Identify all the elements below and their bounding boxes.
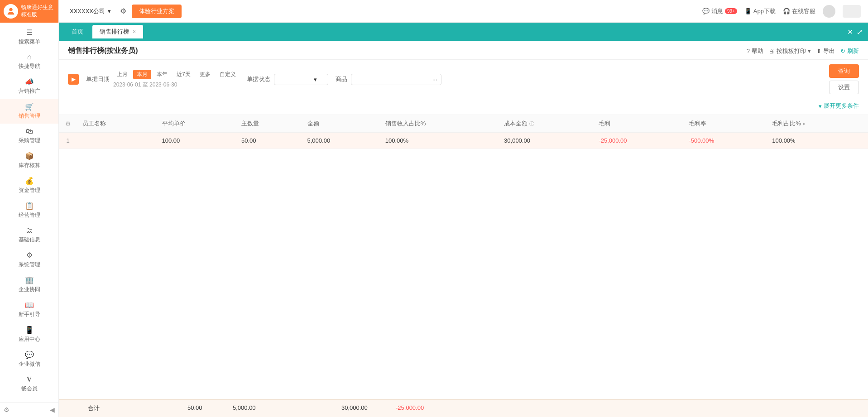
help-icon: ? bbox=[747, 48, 750, 54]
sidebar-item-label: 快捷导航 bbox=[19, 62, 40, 70]
page-header: 销售排行榜(按业务员) ? 帮助 🖨 按模板打印 ▾ ⬆ 导出 ↻ 刷新 bbox=[59, 41, 868, 60]
table-header-row: ⚙ 员工名称 平均单价 主数量 全额 销售收入占比% 成本全额 ⓘ 毛利 毛利率 bbox=[59, 115, 868, 133]
user-name-placeholder bbox=[843, 5, 861, 18]
export-button[interactable]: ⬆ 导出 bbox=[816, 47, 835, 55]
th-cost: 成本全额 ⓘ bbox=[499, 115, 593, 133]
sidebar-item-label: 经营管理 bbox=[19, 211, 40, 219]
message-badge: 99+ bbox=[725, 8, 737, 14]
content-area: 销售排行榜(按业务员) ? 帮助 🖨 按模板打印 ▾ ⬆ 导出 ↻ 刷新 bbox=[59, 41, 868, 417]
sidebar-item-label: 资金管理 bbox=[19, 187, 40, 194]
online-service-label: 在线客服 bbox=[792, 7, 815, 15]
sidebar-item-system[interactable]: ⚙ 系统管理 bbox=[0, 247, 58, 272]
th-avg-price: 平均单价 bbox=[157, 115, 236, 133]
logo-text2: 标准版 bbox=[21, 11, 53, 19]
headset-icon: 🎧 bbox=[783, 8, 790, 14]
print-button[interactable]: 🖨 按模板打印 ▾ bbox=[769, 47, 811, 55]
cost-info-icon[interactable]: ⓘ bbox=[529, 121, 534, 126]
sidebar-item-guide[interactable]: 📖 新手引导 bbox=[0, 297, 58, 322]
row-amount: 5,000.00 bbox=[302, 133, 380, 149]
profit-pct-info-icon[interactable]: ♦ bbox=[803, 121, 806, 126]
basic-icon: 🗂 bbox=[26, 226, 33, 235]
footer-amount: 5,000.00 bbox=[227, 404, 282, 412]
capital-icon: 💰 bbox=[25, 177, 34, 185]
sidebar-item-operation[interactable]: 📋 经营管理 bbox=[0, 198, 58, 223]
sidebar-item-label: 营销推广 bbox=[19, 87, 40, 95]
message-item[interactable]: 💬 消息 99+ bbox=[702, 7, 737, 15]
sidebar-item-marketing[interactable]: 📣 营销推广 bbox=[0, 74, 58, 99]
logo-text1: 畅康通好生意 bbox=[21, 4, 53, 11]
sidebar-item-wechat[interactable]: 💬 企业微信 bbox=[0, 347, 58, 372]
trial-button[interactable]: 体验行业方案 bbox=[132, 5, 182, 18]
sidebar-item-purchase[interactable]: 🛍 采购管理 bbox=[0, 124, 58, 148]
settings-button[interactable]: 设置 bbox=[829, 81, 859, 94]
company-selector[interactable]: XXXXXX公司 ▾ bbox=[66, 5, 115, 17]
sidebar-item-basic[interactable]: 🗂 基础信息 bbox=[0, 223, 58, 247]
more-tab[interactable]: 更多 bbox=[196, 70, 214, 79]
corp-icon: 🏢 bbox=[25, 276, 34, 284]
help-button[interactable]: ? 帮助 bbox=[747, 47, 763, 55]
tab-close-icon[interactable]: × bbox=[133, 29, 136, 35]
guide-icon: 📖 bbox=[25, 301, 34, 309]
chevron-down-icon: ▾ bbox=[819, 103, 822, 110]
tab-label: 销售排行榜 bbox=[100, 28, 129, 36]
sidebar-settings-icon[interactable]: ⚙ bbox=[4, 406, 10, 413]
footer-avg-price bbox=[137, 404, 182, 412]
app-download-item[interactable]: 📱 App下载 bbox=[744, 7, 776, 15]
row-profit-pct: 100.00% bbox=[767, 133, 868, 149]
footer-label bbox=[64, 404, 82, 412]
filter-expand-arrow[interactable]: ▶ bbox=[68, 74, 79, 85]
th-profit-pct: 毛利占比% ♦ bbox=[767, 115, 868, 133]
sidebar-item-label: 新手引导 bbox=[19, 311, 40, 318]
sidebar-item-sales[interactable]: 🛒 销售管理 bbox=[0, 99, 58, 124]
page-title: 销售排行榜(按业务员) bbox=[68, 46, 138, 56]
tab-sales-ranking[interactable]: 销售排行榜 × bbox=[92, 25, 143, 38]
sidebar-item-appcenter[interactable]: 📱 应用中心 bbox=[0, 322, 58, 347]
column-settings-icon[interactable]: ⚙ bbox=[65, 120, 71, 127]
product-input[interactable]: ··· bbox=[351, 74, 441, 85]
footer-cells: 合计 50.00 5,000.00 30,000.00 -25,000.00 bbox=[64, 404, 863, 412]
sidebar-item-label: 应用中心 bbox=[19, 336, 40, 343]
sidebar-item-capital[interactable]: 💰 资金管理 bbox=[0, 173, 58, 198]
close-window-icon[interactable]: ✕ bbox=[847, 28, 853, 36]
th-profit: 毛利 bbox=[593, 115, 683, 133]
sidebar-logo: 畅康通好生意 标准版 bbox=[0, 0, 58, 23]
expand-conditions-button[interactable]: ▾ 展开更多条件 bbox=[819, 102, 859, 110]
message-label: 消息 bbox=[711, 7, 723, 15]
header-settings-icon[interactable]: ⚙ bbox=[120, 7, 126, 15]
sidebar-item-search[interactable]: ☰ 搜索菜单 bbox=[0, 24, 58, 49]
custom-tab[interactable]: 自定义 bbox=[216, 70, 240, 79]
top-header: XXXXXX公司 ▾ ⚙ 体验行业方案 💬 消息 99+ 📱 App下载 🎧 在… bbox=[59, 0, 868, 23]
sidebar-collapse-icon[interactable]: ◀ bbox=[50, 406, 55, 413]
sidebar-item-member[interactable]: V 畅会员 bbox=[0, 372, 58, 396]
sidebar-item-quick-nav[interactable]: ⌂ 快捷导航 bbox=[0, 49, 58, 74]
header-right: 💬 消息 99+ 📱 App下载 🎧 在线客服 bbox=[702, 5, 861, 18]
prev-month-tab[interactable]: 上月 bbox=[113, 70, 131, 79]
marketing-icon: 📣 bbox=[25, 77, 34, 86]
status-select[interactable]: ▾ bbox=[274, 74, 328, 85]
this-year-tab[interactable]: 本年 bbox=[153, 70, 171, 79]
system-icon: ⚙ bbox=[26, 251, 33, 259]
sidebar-item-corp[interactable]: 🏢 企业协同 bbox=[0, 272, 58, 297]
company-name: XXXXXX公司 bbox=[70, 7, 105, 15]
query-button[interactable]: 查询 bbox=[829, 64, 859, 78]
th-amount: 全额 bbox=[302, 115, 380, 133]
date-filter-label: 单据日期 bbox=[86, 75, 110, 83]
sidebar-item-label: 畅会员 bbox=[21, 385, 38, 393]
action-buttons: 查询 设置 bbox=[829, 64, 859, 94]
this-month-tab[interactable]: 本月 bbox=[133, 70, 151, 79]
filter-bar: ▶ 单据日期 上月 本月 本年 近7天 更多 自定义 2023-06-01 至 … bbox=[59, 60, 868, 99]
maximize-window-icon[interactable]: ⤢ bbox=[857, 28, 863, 36]
operation-icon: 📋 bbox=[25, 201, 34, 210]
user-avatar[interactable] bbox=[823, 5, 835, 18]
tab-controls: ✕ ⤢ bbox=[847, 28, 863, 36]
tab-home[interactable]: 首页 bbox=[64, 25, 91, 38]
row-cost: 30,000.00 bbox=[499, 133, 593, 149]
app-download-label: App下载 bbox=[753, 7, 776, 15]
sidebar-item-inventory[interactable]: 📦 库存核算 bbox=[0, 148, 58, 173]
th-settings[interactable]: ⚙ bbox=[59, 115, 77, 133]
refresh-button[interactable]: ↻ 刷新 bbox=[840, 47, 859, 55]
sidebar-item-label: 企业微信 bbox=[19, 360, 40, 368]
online-service-item[interactable]: 🎧 在线客服 bbox=[783, 7, 815, 15]
last7-tab[interactable]: 近7天 bbox=[173, 70, 194, 79]
sales-icon: 🛒 bbox=[25, 102, 34, 111]
